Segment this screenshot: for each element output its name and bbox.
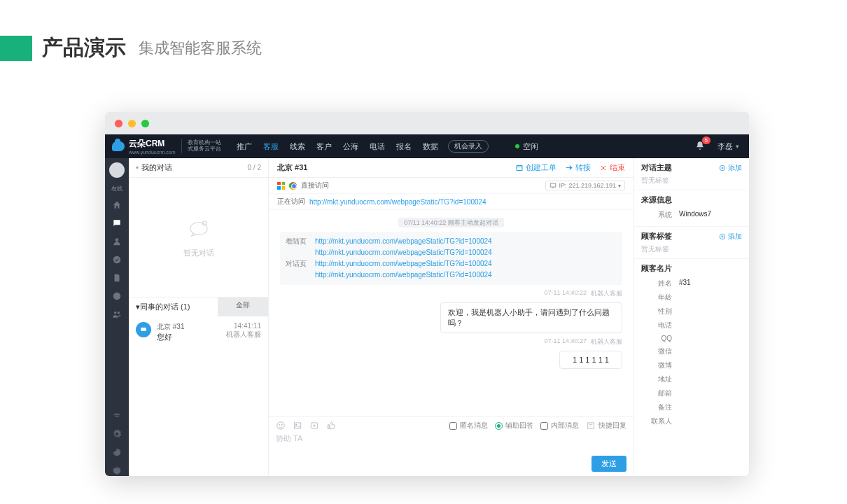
card-remark[interactable]: 备注 [641,400,742,414]
plus-circle-icon [719,233,726,240]
pie-chart-icon[interactable] [111,290,122,302]
svg-point-0 [113,256,121,264]
minimize-dot[interactable] [128,120,136,127]
my-conv-count: 0 / 2 [248,164,261,172]
power-icon[interactable] [111,465,122,476]
assist-radio[interactable]: 辅助回答 [495,421,533,430]
card-age[interactable]: 年龄 [641,290,742,304]
visiting-link[interactable]: http://mkt.yunduocrm.com/webpageStatic/T… [309,198,486,206]
attachment-icon[interactable] [309,421,319,430]
card-contact[interactable]: 联系人 [641,414,742,428]
anonymous-checkbox[interactable]: 匿名消息 [449,421,488,430]
add-tag-button[interactable]: 添加 [719,232,742,241]
user-avatar[interactable] [109,162,125,178]
nav-data[interactable]: 数据 [423,141,438,152]
card-qq[interactable]: QQ [641,332,742,344]
person-icon[interactable] [111,236,122,247]
refresh-icon[interactable] [111,447,122,458]
visitor-origin-row: 直接访问 IP: 221.219.162.191 ▾ [269,178,634,194]
logo-tagline: 教育机构一站式服务云平台 [188,140,221,153]
landing-link[interactable]: http://mkt.yunduocrm.com/webpageStatic/T… [315,247,492,258]
top-nav: 云朵CRM www.yunduocrm.com 教育机构一站式服务云平台 推广 … [105,134,749,158]
svg-point-1 [190,222,207,234]
nav-customers[interactable]: 客户 [316,141,332,152]
app-window: 云朵CRM www.yunduocrm.com 教育机构一站式服务云平台 推广 … [105,112,749,476]
svg-point-5 [279,424,280,425]
svg-point-6 [281,424,282,425]
document-icon[interactable] [111,272,122,284]
nav-phone[interactable]: 电话 [370,141,385,152]
nav-enroll[interactable]: 报名 [396,141,412,152]
image-icon[interactable] [293,421,302,430]
thumbs-up-icon[interactable] [326,421,336,430]
nav-promote[interactable]: 推广 [237,141,252,152]
card-address[interactable]: 地址 [641,372,742,386]
card-weibo[interactable]: 微博 [641,358,742,372]
nav-service[interactable]: 客服 [263,141,279,152]
logo-brand: 云朵CRM [129,138,176,150]
logo-domain: www.yunduocrm.com [129,150,176,155]
check-circle-icon[interactable] [111,254,122,265]
maximize-dot[interactable] [141,120,149,127]
transfer-button[interactable]: 转接 [565,162,591,173]
msg-timestamp: 07-11 14:40:22机器人客服 [280,289,622,298]
logo-block[interactable]: 云朵CRM www.yunduocrm.com 教育机构一站式服务云平台 [105,134,228,158]
home-icon[interactable] [111,200,122,211]
message-input[interactable] [276,430,626,453]
notifications-button[interactable]: 5 [695,141,705,152]
message-area: 07/11 14:40:22 顾客主动发起对话 着陆页 http://mkt.y… [269,210,634,416]
wifi-icon[interactable] [111,410,122,421]
quick-reply-button[interactable]: 快捷回复 [586,421,626,430]
nav-items: 推广 客服 线索 客户 公海 电话 报名 数据 [237,141,438,152]
card-wechat[interactable]: 微信 [641,344,742,358]
card-phone[interactable]: 电话 [641,318,742,332]
chrome-icon [289,182,297,190]
chat-title: 北京 #31 [277,162,307,173]
slide-header: 产品演示 集成智能客服系统 [0,34,847,62]
chat-icon[interactable] [111,218,122,229]
session-divider: 07/11 14:40:22 顾客主动发起对话 [277,218,625,227]
mac-titlebar [105,112,749,134]
user-menu[interactable]: 李磊 ▾ [718,141,739,152]
dialog-link[interactable]: http://mkt.yunduocrm.com/webpageStatic/T… [315,270,492,281]
quick-reply-icon [586,421,596,430]
landing-link[interactable]: http://mkt.yunduocrm.com/webpageStatic/T… [315,236,492,247]
bot-message: 1 1 1 1 1 1 [559,351,622,369]
card-email[interactable]: 邮箱 [641,386,742,400]
tags-empty: 暂无标签 [641,244,742,254]
nav-pill-opportunity[interactable]: 机会录入 [448,140,489,153]
svg-rect-3 [551,183,556,187]
source-title: 来源信息 [641,195,672,205]
card-name[interactable]: 姓名#31 [641,276,742,290]
tab-all[interactable]: 全部 [218,298,268,316]
card-gender[interactable]: 性别 [641,304,742,318]
my-conversations-header[interactable]: ▾我的对话 0 / 2 [129,158,268,178]
emoji-icon[interactable] [276,421,286,430]
peer-conversations-header: ▾同事的对话 (1) 全部 [129,297,268,316]
slide-subtitle: 集成智能客服系统 [139,38,262,59]
rail-status: 在线 [111,185,122,192]
dialog-link[interactable]: http://mkt.yunduocrm.com/webpageStatic/T… [315,258,492,270]
end-button[interactable]: 结束 [599,162,625,173]
add-topic-button[interactable]: 添加 [719,163,742,173]
visiting-row: 正在访问 http://mkt.yunduocrm.com/webpageSta… [269,194,634,210]
group-icon[interactable] [111,309,122,320]
bot-message: 欢迎，我是机器人小助手，请问遇到了什么问题吗？ [440,302,622,333]
create-ticket-button[interactable]: 创建工单 [515,162,556,173]
accent-bar [0,36,32,61]
status-dot-icon [515,144,519,148]
conversation-item[interactable]: 北京 #31 您好 14:41:11 机器人客服 [129,316,268,348]
info-sidebar: 对话主题 添加 暂无标签 来源信息 系统Windows7 顾客标签 添加 暂无标… [634,158,749,476]
close-dot[interactable] [115,120,122,127]
internal-checkbox[interactable]: 内部消息 [540,421,579,430]
plus-circle-icon [719,164,726,172]
nav-leads[interactable]: 线索 [290,141,305,152]
conversation-column: ▾我的对话 0 / 2 暂无对话 ▾同事的对话 (1) 全部 北京 #31 您好… [129,158,269,476]
ip-chip[interactable]: IP: 221.219.162.191 ▾ [545,181,625,190]
send-button[interactable]: 发送 [592,456,626,472]
gear-icon[interactable] [111,428,122,440]
agent-status[interactable]: 空闲 [515,141,538,152]
nav-pool[interactable]: 公海 [343,141,358,152]
svg-rect-7 [294,423,300,428]
chat-header: 北京 #31 创建工单 转接 结束 [269,158,634,178]
